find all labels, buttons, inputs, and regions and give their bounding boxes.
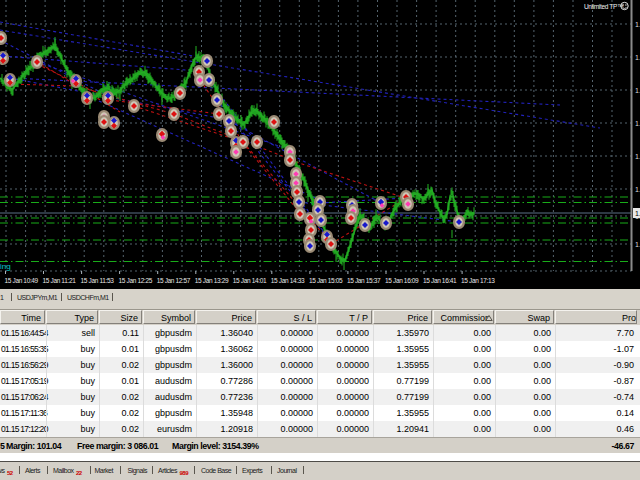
svg-text:15 Jan 12:57: 15 Jan 12:57 bbox=[157, 277, 191, 284]
svg-text:ing: ing bbox=[0, 262, 11, 271]
svg-text:15 Jan 16:09: 15 Jan 16:09 bbox=[385, 277, 419, 284]
svg-text:1.: 1. bbox=[635, 186, 640, 193]
svg-text:1.: 1. bbox=[635, 120, 640, 127]
svg-text:15 Jan 11:21: 15 Jan 11:21 bbox=[43, 277, 77, 284]
svg-text:1.: 1. bbox=[635, 210, 640, 217]
svg-text:15 Jan 15:05: 15 Jan 15:05 bbox=[309, 277, 343, 284]
svg-text:15 Jan 17:13: 15 Jan 17:13 bbox=[461, 277, 495, 284]
svg-text:15 Jan 12:25: 15 Jan 12:25 bbox=[119, 277, 153, 284]
svg-text:15 Jan 10:49: 15 Jan 10:49 bbox=[5, 277, 39, 284]
svg-text:1.: 1. bbox=[635, 153, 640, 160]
svg-text:1.: 1. bbox=[635, 87, 640, 94]
svg-text:1.: 1. bbox=[635, 54, 640, 61]
svg-text:15 Jan 14:01: 15 Jan 14:01 bbox=[233, 277, 267, 284]
svg-text:15 Jan 11:53: 15 Jan 11:53 bbox=[81, 277, 115, 284]
svg-text:15 Jan 13:29: 15 Jan 13:29 bbox=[195, 277, 229, 284]
svg-text:Unlimited TP™: Unlimited TP™ bbox=[584, 3, 623, 10]
svg-text:15 Jan 15:37: 15 Jan 15:37 bbox=[347, 277, 381, 284]
svg-text:15 Jan 14:33: 15 Jan 14:33 bbox=[271, 277, 305, 284]
svg-text:1.: 1. bbox=[635, 21, 640, 28]
svg-text:15 Jan 16:41: 15 Jan 16:41 bbox=[423, 277, 457, 284]
svg-text:1.: 1. bbox=[635, 241, 640, 248]
